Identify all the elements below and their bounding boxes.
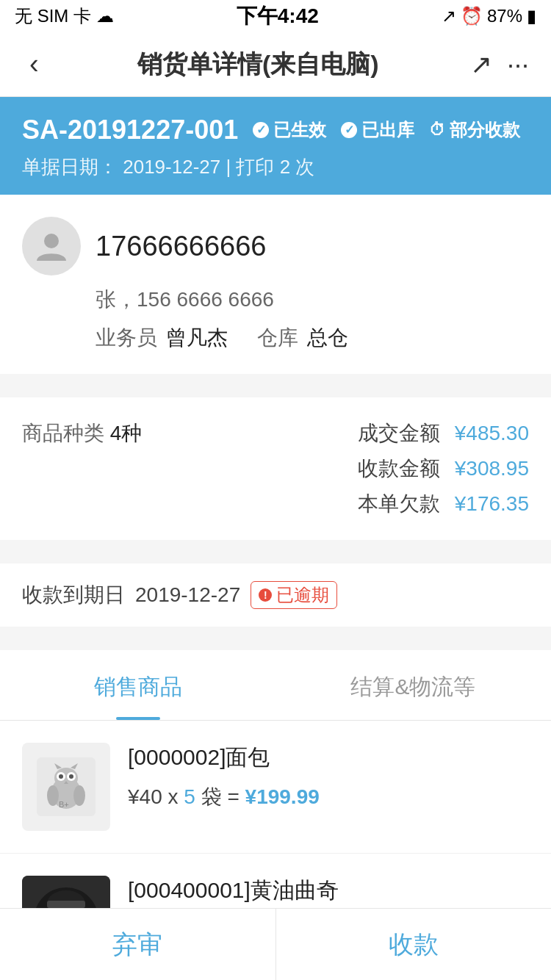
received-label: 收款金额 [358, 455, 440, 483]
check-icon-1: ✓ [253, 122, 269, 138]
owl-icon: B+ [37, 757, 96, 816]
price-sep-1: x [168, 785, 184, 808]
tabs: 销售商品 结算&物流等 [0, 650, 551, 721]
order-number: SA-20191227-001 [22, 115, 238, 145]
stats-section: 商品种类 4种 成交金额 ¥485.30 收款金额 ¥308.95 本单欠款 ¥… [0, 397, 551, 540]
status-shipped: ✓ 已出库 [341, 118, 414, 142]
collect-payment-label: 收款 [389, 928, 439, 962]
salesperson-value: 曾凡杰 [166, 324, 228, 352]
tab-products-label: 销售商品 [94, 674, 182, 699]
product-price-1: ¥40 x 5 袋 = ¥199.99 [128, 783, 529, 811]
due-date-value: 2019-12-27 [135, 583, 240, 607]
cancel-review-button[interactable]: 弃审 [0, 909, 276, 980]
warehouse-label: 仓库 [257, 324, 298, 352]
svg-text:B+: B+ [59, 800, 69, 809]
deal-amount-row: 成交金额 ¥485.30 [358, 419, 529, 447]
status-bar: 无 SIM 卡 ☁ 下午4:42 ↗ ⏰ 87% ▮ [0, 0, 551, 32]
product-thumb-1: B+ [22, 743, 110, 831]
total-value-1: ¥199.99 [245, 785, 320, 808]
status-right: ↗ ⏰ 87% ▮ [442, 6, 536, 26]
product-name-1: [0000002]面包 [128, 743, 529, 773]
status-time: 下午4:42 [237, 2, 319, 30]
product-types-label: 商品种类 [22, 422, 104, 444]
print-label: 打印 [236, 156, 274, 178]
svg-point-12 [73, 785, 85, 806]
battery-icon: ▮ [527, 6, 536, 26]
svg-rect-22 [47, 901, 85, 908]
print-separator: | [226, 156, 236, 178]
alarm-icon: ⏰ [461, 6, 483, 26]
customer-meta: 业务员 曾凡杰 仓库 总仓 [96, 324, 529, 352]
salesperson-item: 业务员 曾凡杰 [96, 324, 228, 352]
owed-amount-row: 本单欠款 ¥176.35 [358, 490, 529, 518]
amounts: 成交金额 ¥485.30 收款金额 ¥308.95 本单欠款 ¥176.35 [358, 419, 529, 518]
sim-status: 无 SIM 卡 ☁ [15, 4, 114, 28]
date-value: 2019-12-27 [123, 156, 220, 178]
product-name-2: [000400001]黄油曲奇 [128, 876, 529, 906]
share-button[interactable]: ↗ [470, 49, 492, 80]
back-button[interactable]: ‹ [22, 41, 46, 87]
tab-products[interactable]: 销售商品 [0, 650, 276, 720]
owed-amount-value: ¥176.35 [455, 492, 529, 516]
salesperson-label: 业务员 [96, 324, 157, 352]
status-effective-label: 已生效 [273, 118, 326, 142]
order-header: SA-20191227-001 ✓ 已生效 ✓ 已出库 ⏱ 部分收款 单据日期：… [0, 97, 551, 195]
svg-point-7 [69, 774, 73, 779]
status-effective: ✓ 已生效 [253, 118, 326, 142]
overdue-icon: ! [259, 588, 272, 602]
customer-account: 17666666666 [96, 231, 266, 262]
tab-settlement-label: 结算&物流等 [350, 674, 475, 699]
date-label: 单据日期： [22, 156, 118, 178]
due-date-label: 收款到期日 [22, 581, 125, 609]
product-types: 商品种类 4种 [22, 419, 142, 447]
cancel-review-label: 弃审 [112, 928, 162, 962]
status-shipped-label: 已出库 [361, 118, 414, 142]
clock-icon: ⏱ [429, 120, 445, 140]
more-button[interactable]: ··· [507, 49, 529, 80]
status-partial: ⏱ 部分收款 [429, 118, 520, 142]
order-date-row: 单据日期： 2019-12-27 | 打印 2 次 [22, 154, 529, 180]
eq-1: = [227, 785, 245, 808]
owed-label: 本单欠款 [358, 490, 440, 518]
divider-3 [0, 638, 551, 650]
svg-point-0 [44, 234, 59, 248]
customer-section: 17666666666 张，156 6666 6666 业务员 曾凡杰 仓库 总… [0, 195, 551, 374]
divider-1 [0, 386, 551, 397]
unit-1: 袋 [201, 785, 222, 808]
customer-contact: 张，156 6666 6666 [96, 286, 529, 314]
received-amount-row: 收款金额 ¥308.95 [358, 455, 529, 483]
tab-settlement[interactable]: 结算&物流等 [276, 650, 551, 720]
back-icon: ‹ [29, 48, 39, 79]
warehouse-value: 总仓 [307, 324, 348, 352]
status-partial-label: 部分收款 [450, 118, 520, 142]
received-amount-value: ¥308.95 [455, 457, 529, 480]
svg-point-11 [47, 785, 59, 806]
location-icon: ↗ [442, 6, 456, 26]
collect-payment-button[interactable]: 收款 [276, 909, 552, 980]
overdue-label: 已逾期 [276, 583, 329, 607]
deal-amount-value: ¥485.30 [455, 422, 529, 445]
deal-amount-label: 成交金额 [358, 419, 440, 447]
overdue-badge: ! 已逾期 [251, 581, 337, 609]
check-icon-2: ✓ [341, 122, 357, 138]
product-item-1: B+ [0000002]面包 ¥40 x 5 袋 = ¥199.99 [0, 721, 551, 854]
qty-value-1: 5 [184, 785, 195, 808]
product-types-count: 4种 [110, 422, 143, 444]
bottom-bar: 弃审 收款 [0, 908, 551, 980]
product-info-1: [0000002]面包 ¥40 x 5 袋 = ¥199.99 [128, 743, 529, 811]
avatar-icon [33, 228, 70, 264]
customer-avatar [22, 217, 81, 275]
order-number-row: SA-20191227-001 ✓ 已生效 ✓ 已出库 ⏱ 部分收款 [22, 115, 529, 145]
price-value-1: ¥40 [128, 785, 162, 808]
divider-2 [0, 552, 551, 563]
nav-bar: ‹ 销货单详情(来自电脑) ↗ ··· [0, 32, 551, 97]
warehouse-item: 仓库 总仓 [257, 324, 348, 352]
nav-actions: ↗ ··· [470, 49, 529, 80]
due-date-section: 收款到期日 2019-12-27 ! 已逾期 [0, 563, 551, 627]
svg-point-6 [59, 774, 63, 779]
battery-status: 87% [487, 6, 522, 26]
customer-row: 17666666666 [22, 217, 529, 275]
print-count: 2 [280, 156, 290, 178]
print-suffix: 次 [295, 156, 314, 178]
page-title: 销货单详情(来自电脑) [46, 48, 470, 82]
